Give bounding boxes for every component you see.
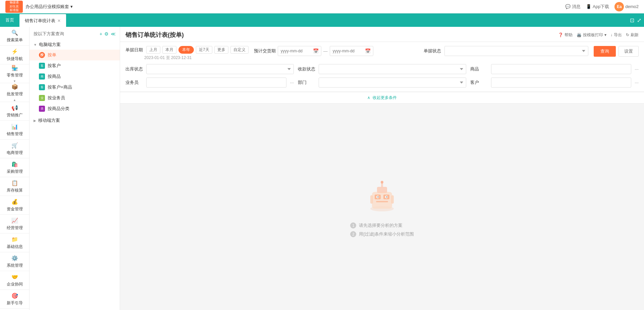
order-status-select[interactable] [444,46,588,56]
sidebar-item-marketing[interactable]: 📢 营销推广 [0,102,29,121]
shipment-status-field: 出库状态 [125,64,294,74]
tip1-text: 请先选择要分析的方案 [359,222,402,228]
payment-status-select[interactable] [319,64,466,74]
collapse-chevron-icon: ∧ [367,95,370,100]
svg-rect-4 [376,201,388,202]
goods-more-icon[interactable]: ··· [635,66,639,72]
scheme-group-pc: ▼ 电脑端方案 按 按单 客 按客户 商 按商品 客 按客户+商品 [30,40,120,114]
workspace-selector[interactable]: 办公用品行业模拟账套 ▾ [25,4,73,10]
tab-expand-icon[interactable]: ⤢ [637,17,641,23]
sidebar: 🔍 搜索菜单 ⚡ 快捷导航 🏪 零售管理 ▼ 📦 批发管理 ▲ 📢 营销推广 📊… [0,27,30,310]
dept-select[interactable] [319,78,466,88]
empty-tip-1: 1 请先选择要分析的方案 [350,222,414,228]
this-year-btn[interactable]: 本年 [178,46,194,54]
date-range-display: 2023-01-01 至 2023-12-31 [144,55,192,60]
logo-text: 畅捷通好生意标准版 [10,1,19,12]
scheme-settings-icon[interactable]: ⚙ [104,31,109,37]
sidebar-item-inventory[interactable]: 📋 库存核算 [0,177,29,196]
sidebar-item-sales[interactable]: 📊 销售管理 [0,121,29,140]
add-scheme-icon[interactable]: + [100,31,102,37]
by-category-icon: 类 [39,106,45,112]
svg-point-9 [377,196,379,198]
customer-input[interactable] [491,78,631,88]
help-action[interactable]: ❓ 帮助 [558,32,573,38]
last7days-btn[interactable]: 近7天 [196,46,212,54]
message-icon: 💬 [565,4,571,9]
inventory-icon: 📋 [11,180,18,186]
sidebar-item-sales-label: 销售管理 [7,131,23,137]
sidebar-item-ecommerce[interactable]: 🛒 电商管理 [0,140,29,158]
page-title: 销售订单统计表(按单) [125,31,184,39]
last-month-btn[interactable]: 上月 [146,46,160,54]
sidebar-item-purchase[interactable]: 🛍️ 采购管理 [0,158,29,177]
sidebar-item-wholesale[interactable]: 📦 批发管理 ▲ [0,83,29,102]
scheme-item-by-category-label: 按商品分类 [48,106,69,112]
message-label: 消息 [572,4,581,10]
sidebar-item-basics-label: 基础信息 [7,244,23,250]
system-icon: ⚙️ [11,255,18,261]
tabbar: 首页 销售订单统计表 ✕ ⊡ ⤢ [0,13,644,27]
customer-field: 客户 ··· [470,78,639,88]
tab-minimize-icon[interactable]: ⊡ [630,17,634,23]
tab-sales-order[interactable]: 销售订单统计表 ✕ [19,14,66,28]
sidebar-item-system[interactable]: ⚙️ 系统管理 [0,252,29,271]
goods-input[interactable] [491,64,631,74]
tab-home[interactable]: 首页 [0,13,19,27]
sidebar-item-newbie[interactable]: 🎯 新手引导 [0,290,29,309]
basics-icon: 📁 [11,236,18,243]
scheme-item-by-product[interactable]: 商 按商品 [30,71,120,82]
date-filters: 上月 本月 本年 近7天 更多 自定义 [146,46,249,54]
svg-rect-5 [370,195,373,204]
scheme-item-by-cust-prod[interactable]: 客 按客户+商品 [30,82,120,93]
scheme-item-by-customer-label: 按客户 [48,63,61,69]
settings-button[interactable]: 设置 [619,46,639,57]
enterprise-icon: 🤝 [11,274,18,280]
this-month-btn[interactable]: 本月 [162,46,176,54]
sidebar-item-operations[interactable]: 📈 经营管理 [0,215,29,234]
sidebar-item-finance-label: 资金管理 [7,206,23,212]
sidebar-item-search[interactable]: 🔍 搜索菜单 [0,27,29,46]
app-download-action[interactable]: 📱 App下载 [586,4,609,10]
payment-status-label: 收款状态 [298,66,317,72]
export-label: 导出 [614,32,622,38]
left-panel: 按以下方案查询 + ⚙ ≪ ▼ 电脑端方案 按 按单 客 [30,27,120,310]
refresh-action[interactable]: ↻ 刷新 [626,32,639,38]
quick-nav-icon: ⚡ [11,48,18,55]
sidebar-item-finance[interactable]: 💰 资金管理 [0,196,29,215]
message-action[interactable]: 💬 消息 [565,4,581,10]
tab-close-icon[interactable]: ✕ [57,18,61,23]
svg-rect-1 [372,192,392,209]
username: demo2 [625,4,639,9]
sidebar-item-basics[interactable]: 📁 基础信息 [0,234,29,252]
topbar-left: 畅捷通好生意标准版 办公用品行业模拟账套 ▾ [5,1,73,13]
tip2-num: 2 [350,231,356,237]
user-profile[interactable]: Ea demo2 [614,2,639,11]
wholesale-icon: 📦 [11,84,18,90]
filter-row-3: 业务员 ··· 部门 客户 ··· [125,78,639,88]
staff-more-icon[interactable]: ··· [290,80,294,85]
query-button[interactable]: 查询 [594,46,616,57]
shipment-status-select[interactable] [146,64,294,74]
scheme-group-pc-header[interactable]: ▼ 电脑端方案 [30,40,120,50]
staff-input[interactable] [146,78,286,88]
collapse-bar[interactable]: ∧ 收起更多条件 [120,92,644,104]
sidebar-item-appstore[interactable]: 🗃️ 应用中心 [0,309,29,310]
scheme-item-by-staff[interactable]: 业 按业务员 [30,93,120,103]
scheme-item-by-order[interactable]: 按 按单 [30,50,120,60]
export-action[interactable]: ↓ 导出 [610,32,622,38]
customer-more-icon[interactable]: ··· [635,80,639,85]
help-icon: ❓ [558,33,563,37]
print-template-action[interactable]: 🖨️ 按模板打印 ▾ [577,32,606,38]
scheme-item-by-category[interactable]: 类 按商品分类 [30,103,120,114]
sidebar-item-quick-nav[interactable]: ⚡ 快捷导航 [0,46,29,64]
sidebar-item-enterprise[interactable]: 🤝 企业协同 [0,271,29,290]
scheme-item-by-customer[interactable]: 客 按客户 [30,60,120,71]
svg-rect-11 [377,187,387,193]
collapse-panel-icon[interactable]: ≪ [111,31,116,37]
filter-area: 单据日期 上月 本月 本年 近7天 更多 自定义 2023-01-0 [120,42,644,92]
workspace-name: 办公用品行业模拟账套 [25,4,69,10]
more-date-btn[interactable]: 更多 [214,46,228,54]
custom-date-btn[interactable]: 自定义 [230,46,249,54]
scheme-group-mobile-header[interactable]: ▶ 移动端方案 [30,115,120,125]
sidebar-item-retail[interactable]: 🏪 零售管理 ▼ [0,64,29,83]
